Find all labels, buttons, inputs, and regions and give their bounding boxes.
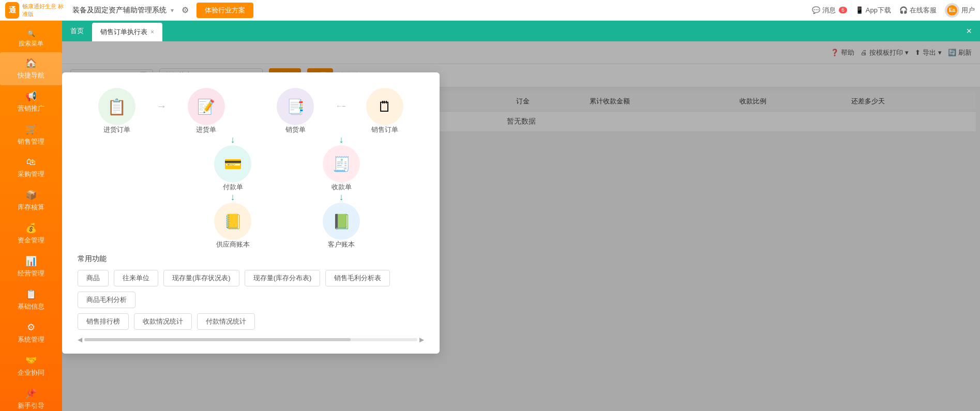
basicinfo-icon: 📋 [25,288,37,300]
func-btn-payment-stats[interactable]: 付款情况统计 [197,313,255,330]
purchase-bill-label: 进货单 [196,125,216,134]
user-menu[interactable]: Ea 用户 [945,3,975,18]
sidebar-item-sales[interactable]: 🛒 销售管理 [0,118,62,151]
sidebar-item-guide[interactable]: 📌 新手引导 [0,383,62,411]
flow-row-3: 📒 供应商账本 📗 客户账本 [83,203,419,249]
service-icon: 🎧 [899,6,908,14]
customer-ledger-circle: 📗 [323,203,360,240]
online-service-btn[interactable]: 🎧 在线客服 [899,6,937,15]
sidebar-item-operations[interactable]: 📊 经营管理 [0,250,62,283]
func-btn-sales-margin[interactable]: 销售毛利分析表 [325,270,390,286]
top-header: 通 畅康通好生意 标准版 装备及固定资产辅助管理系统 ▾ ⚙ 体验行业方案 💬 … [0,0,980,21]
func-btn-receipt-stats[interactable]: 收款情况统计 [134,313,192,330]
purchase-order-label: 进货订单 [103,125,130,134]
supplier-ledger-label: 供应商账本 [216,240,250,249]
down-arrow-node5: ↓ [300,192,383,203]
sidebar-item-basicinfo[interactable]: 📋 基础信息 [0,283,62,316]
down-arrow-node3: ↓ [300,134,383,145]
tabs-bar: 首页 销售订单执行表 × × [62,21,980,41]
purchase-bill-icon: 📝 [197,98,215,115]
message-icon: 💬 [812,6,820,14]
page-content: ❓ 帮助 🖨 按模板打印 ▾ ⬆ 导出 ▾ 🔄 刷新 [62,41,980,411]
main-layout: 🔍 搜索菜单 🏠 快捷导航 📢 营销推广 🛒 销售管理 🛍 采购管理 📦 库存核… [0,21,980,411]
search-icon: 🔍 [27,30,35,37]
online-service-label: 在线客服 [910,6,937,15]
arrow-1-icon: → [151,100,172,123]
user-name: 用户 [961,6,975,15]
sales-order-label: 销售订单 [371,125,398,134]
common-functions: 常用功能 商品 往来单位 现存量(库存状况表) 现存量(库存分布表) 销售毛利分… [78,254,424,330]
system-title: 装备及固定资产辅助管理系统 [72,6,167,15]
tab-sales-order-exec[interactable]: 销售订单执行表 × [92,23,162,41]
search-menu-item[interactable]: 🔍 搜索菜单 [0,26,62,52]
modal-overlay: 📋 进货订单 → 📝 [62,41,980,411]
sales-bill-icon: 📑 [287,98,305,115]
sales-bill-label: 销货单 [285,125,306,134]
sidebar-item-inventory[interactable]: 📦 库存核算 [0,184,62,217]
guide-icon: 📌 [25,388,37,399]
purchase-order-node[interactable]: 📋 进货订单 [83,88,151,134]
func-btn-trading-unit[interactable]: 往来单位 [114,270,158,286]
purchase-icon: 🛍 [26,157,36,168]
sales-bill-node[interactable]: 📑 销货单 [262,88,330,134]
customer-ledger-node[interactable]: 📗 客户账本 [300,203,383,249]
sales-order-icon: 🗒 [378,98,392,115]
customer-ledger-label: 客户账本 [328,240,355,249]
sidebar-item-system[interactable]: ⚙ 系统管理 [0,316,62,349]
app-download-btn[interactable]: 📱 App下载 [855,6,891,15]
receipt-bill-node[interactable]: 🧾 收款单 [300,145,383,192]
ea-badge: Ea [947,5,957,16]
scrollbar-thumb [84,338,351,341]
payment-bill-node[interactable]: 💳 付款单 [191,145,274,192]
dropdown-arrow-icon[interactable]: ▾ [171,7,174,14]
scrollbar-left-arrow[interactable]: ◀ [78,336,82,343]
func-btn-inventory-status[interactable]: 现存量(库存状况表) [163,270,239,286]
func-btn-product-margin[interactable]: 商品毛利分析 [78,292,135,308]
sales-order-node[interactable]: 🗒 销售订单 [351,88,419,134]
scrollbar-track[interactable] [84,338,417,341]
search-menu-label: 搜索菜单 [19,39,43,48]
sidebar-item-collab[interactable]: 🤝 企业协同 [0,349,62,383]
sidebar-item-label: 新手引导 [18,401,44,410]
modal-box: 📋 进货订单 → 📝 [62,72,440,354]
sidebar-item-label: 营销推广 [18,104,44,113]
payment-bill-label: 付款单 [223,182,243,192]
func-btn-sales-ranking[interactable]: 销售排行榜 [78,313,129,330]
supplier-ledger-icon: 📒 [224,213,242,230]
func-btn-product[interactable]: 商品 [78,270,109,286]
app-icon: 📱 [855,6,864,14]
flow-arrows-row: ↓ ↓ [83,134,419,145]
modal-scrollbar: ◀ ▶ [78,336,424,343]
down-arrow-5-icon: ↓ [339,192,344,202]
tab-close-icon[interactable]: × [150,28,154,36]
window-close-btn[interactable]: × [958,21,980,41]
sidebar-item-marketing[interactable]: 📢 营销推广 [0,85,62,118]
sidebar-item-label: 基础信息 [18,302,44,311]
down-arrow-3-icon: ↓ [339,134,344,145]
flow-row-2: 💳 付款单 🧾 收款单 [83,145,419,192]
sidebar-item-label: 销售管理 [18,137,44,146]
system-icon: ⚙ [27,322,35,333]
sidebar-item-purchase[interactable]: 🛍 采购管理 [0,151,62,184]
sidebar-item-label: 库存核算 [18,203,44,212]
tab-home[interactable]: 首页 [62,21,92,41]
sidebar-item-quicknav[interactable]: 🏠 快捷导航 [0,52,62,85]
down-arrow-node2: ↓ [191,134,274,145]
operations-icon: 📊 [25,255,37,267]
gear-icon[interactable]: ⚙ [178,3,192,18]
receipt-bill-circle: 🧾 [323,145,360,182]
payment-bill-circle: 💳 [214,145,251,182]
sidebar-item-finance[interactable]: 💰 资金管理 [0,217,62,250]
receipt-bill-icon: 🧾 [333,156,351,173]
scrollbar-right-arrow[interactable]: ▶ [419,336,424,343]
flow-arrows-row-2: ↓ ↓ [83,192,419,203]
home-icon: 🏠 [25,57,37,69]
down-arrow-2-icon: ↓ [231,134,235,145]
supplier-ledger-node[interactable]: 📒 供应商账本 [191,203,274,249]
func-btn-inventory-dist[interactable]: 现存量(库存分布表) [245,270,321,286]
trial-button[interactable]: 体验行业方案 [197,3,253,18]
message-btn[interactable]: 💬 消息 6 [812,6,847,15]
purchase-bill-node[interactable]: 📝 进货单 [172,88,240,134]
customer-ledger-icon: 📗 [333,213,351,230]
content-area: 首页 销售订单执行表 × × ❓ 帮助 🖨 按模板打印 ▾ [62,21,980,411]
